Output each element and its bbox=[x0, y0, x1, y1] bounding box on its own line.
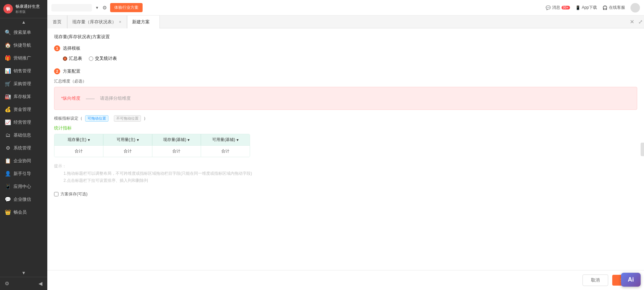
window-controls: ✕ ⤢ bbox=[628, 18, 644, 26]
tab-inventory[interactable]: 现存量（库存状况表） × bbox=[68, 16, 127, 28]
page-title: 现存量(库存状况表)方案设置 bbox=[54, 34, 637, 40]
app-download-btn[interactable]: 📱 App下载 bbox=[575, 5, 597, 10]
online-service-btn[interactable]: 🎧 在线客服 bbox=[602, 5, 625, 10]
gear-icon: ⚙ bbox=[5, 145, 11, 151]
topbar-dropdown-btn[interactable]: ▾ bbox=[95, 4, 99, 11]
tab-new-plan-close[interactable]: × bbox=[151, 20, 155, 24]
tag-undraggable: 不可拖动位置 bbox=[114, 115, 141, 122]
header-cell-0[interactable]: 现存量(主) ▾ bbox=[54, 134, 103, 145]
tab-inventory-close[interactable]: × bbox=[118, 20, 122, 24]
radio-summary-input[interactable] bbox=[63, 56, 67, 61]
message-icon: 💬 bbox=[546, 5, 551, 10]
tag-draggable: 可拖动位置 bbox=[85, 115, 108, 122]
ai-button[interactable]: Ai bbox=[621, 273, 641, 287]
sidebar-item-vip[interactable]: 👑 畅会员 bbox=[0, 206, 47, 219]
user-avatar[interactable] bbox=[630, 3, 640, 13]
section2-label: 方案配置 bbox=[63, 68, 80, 74]
sidebar-scroll-down[interactable]: ▼ bbox=[0, 269, 47, 277]
header-cell-3[interactable]: 可用量(基辅) ▾ bbox=[201, 134, 250, 145]
stats-table: 现存量(主) ▾ 可用量(主) ▾ 现存量(基辅) ▾ bbox=[54, 134, 250, 157]
cell-0-1: 合计 bbox=[103, 146, 152, 157]
handshake-icon: 📋 bbox=[5, 158, 11, 164]
sidebar: 畅 畅康通好生意 标准版 ▲ 🔍 搜索菜单 🏠 快捷导航 🎁 营销推广 📊 销售… bbox=[0, 0, 47, 290]
cell-0-2: 合计 bbox=[152, 146, 201, 157]
sidebar-item-sales[interactable]: 📊 销售管理 bbox=[0, 65, 47, 77]
sidebar-item-marketing[interactable]: 🎁 营销推广 bbox=[0, 52, 47, 65]
window-expand-btn[interactable]: ⤢ bbox=[637, 18, 644, 26]
money-icon: 💰 bbox=[5, 106, 11, 113]
header-cell-1[interactable]: 可用量(主) ▾ bbox=[103, 134, 152, 145]
chart-icon: 📊 bbox=[5, 68, 11, 74]
sidebar-item-purchase[interactable]: 🛒 采购管理 bbox=[0, 77, 47, 90]
sidebar-item-finance[interactable]: 💰 资金管理 bbox=[0, 103, 47, 116]
section1-label: 选择模板 bbox=[63, 45, 80, 51]
cancel-button[interactable]: 取消 bbox=[583, 274, 608, 286]
section2-number: 2 bbox=[54, 68, 60, 74]
sidebar-scroll-up[interactable]: ▲ bbox=[0, 18, 47, 26]
sidebar-item-search[interactable]: 🔍 搜索菜单 bbox=[0, 26, 47, 39]
grid-icon: 🗂 bbox=[5, 132, 11, 138]
sidebar-item-inventory[interactable]: 🏭 库存核算 bbox=[0, 90, 47, 103]
messages-badge: 99+ bbox=[562, 6, 570, 9]
sidebar-item-basic[interactable]: 🗂 基础信息 bbox=[0, 129, 47, 142]
section2-header: 2 方案配置 bbox=[54, 68, 637, 74]
sidebar-item-shortcut[interactable]: 🏠 快捷导航 bbox=[0, 39, 47, 52]
dropdown-icon-0: ▾ bbox=[88, 138, 90, 142]
tips-section: 提示： 1.拖动标题栏可以调整布局，不可跨维度或指标区域拖动栏目字段(只能在同一… bbox=[54, 163, 637, 185]
sidebar-item-operations[interactable]: 📈 经营管理 bbox=[0, 116, 47, 129]
warehouse-icon: 🏭 bbox=[5, 94, 11, 100]
stats-table-header: 现存量(主) ▾ 可用量(主) ▾ 现存量(基辅) ▾ bbox=[54, 134, 250, 145]
sidebar-item-system[interactable]: ⚙ 系统管理 bbox=[0, 142, 47, 154]
sidebar-footer: ⚙ ◀ bbox=[0, 277, 47, 290]
indicator-settings: 模板指标设定（ 可拖动位置 不可拖动位置 ） 统计指标 现存量(主) ▾ bbox=[54, 115, 637, 157]
section-template: 1 选择模板 汇总表 交叉统计表 bbox=[54, 45, 637, 62]
tab-home[interactable]: 首页 bbox=[47, 16, 67, 28]
wechat-icon: 💬 bbox=[5, 196, 11, 202]
dimension-placeholder[interactable]: 请选择分组维度 bbox=[100, 95, 131, 101]
collapse-sidebar-btn[interactable]: ◀ bbox=[39, 281, 43, 287]
app-title: 畅康通好生意 标准版 bbox=[16, 4, 40, 14]
radio-crosstab-input[interactable] bbox=[89, 56, 93, 61]
dimension-arrow: —— bbox=[86, 96, 95, 101]
section1-number: 1 bbox=[54, 45, 60, 51]
save-checkbox[interactable] bbox=[54, 192, 58, 196]
gift-icon: 🎁 bbox=[5, 55, 11, 61]
save-option: 方案保存(可选) bbox=[54, 191, 637, 197]
dropdown-icon-1: ▾ bbox=[137, 138, 139, 142]
cart-icon: 🛒 bbox=[5, 81, 11, 87]
settings-footer-btn[interactable]: ⚙ bbox=[5, 281, 9, 287]
search-input[interactable] bbox=[55, 5, 78, 10]
sidebar-item-apps[interactable]: 📱 应用中心 bbox=[0, 180, 47, 193]
topbar-search-box bbox=[51, 4, 92, 11]
mobile-icon: 📱 bbox=[5, 184, 11, 190]
messages-btn[interactable]: 💬 消息 99+ bbox=[546, 5, 570, 10]
radio-summary[interactable]: 汇总表 bbox=[63, 55, 82, 62]
dropdown-icon-3: ▾ bbox=[237, 138, 239, 142]
indicator-settings-label: 模板指标设定（ 可拖动位置 不可拖动位置 ） bbox=[54, 115, 637, 122]
radio-crosstab[interactable]: 交叉统计表 bbox=[89, 55, 117, 62]
topbar-gear-btn[interactable]: ⚙ bbox=[102, 5, 107, 11]
topbar-right: 💬 消息 99+ 📱 App下载 🎧 在线客服 bbox=[546, 3, 640, 13]
table-row-0: 合计 合计 合计 合计 bbox=[54, 145, 250, 157]
search-icon: 🔍 bbox=[5, 29, 11, 35]
headset-icon: 🎧 bbox=[602, 5, 608, 10]
section1-header: 1 选择模板 bbox=[54, 45, 637, 51]
tabbar: 首页 现存量（库存状况表） × 新建方案 × ✕ ⤢ bbox=[47, 16, 644, 28]
sidebar-item-newbie[interactable]: 👤 新手引导 bbox=[0, 167, 47, 180]
tab-new-plan[interactable]: 新建方案 × bbox=[127, 16, 160, 28]
header-cell-2[interactable]: 现存量(基辅) ▾ bbox=[152, 134, 201, 145]
stats-section-label: 统计指标 bbox=[54, 125, 637, 131]
sidebar-item-enterprise[interactable]: 📋 企业协同 bbox=[0, 154, 47, 167]
template-options: 汇总表 交叉统计表 bbox=[63, 55, 637, 62]
window-close-btn[interactable]: ✕ bbox=[628, 18, 636, 26]
user-icon: 👤 bbox=[5, 171, 11, 177]
dropdown-icon-2: ▾ bbox=[188, 138, 190, 142]
page-content: 现存量(库存状况表)方案设置 1 选择模板 汇总表 交叉统计表 bbox=[47, 28, 644, 270]
experience-btn[interactable]: 体验行业方案 bbox=[110, 3, 143, 12]
resize-handle[interactable] bbox=[641, 143, 644, 156]
app-logo: 畅 bbox=[3, 4, 13, 14]
dimension-box: *纵向维度 —— 请选择分组维度 bbox=[54, 87, 637, 110]
sidebar-item-wechat[interactable]: 💬 企业微信 bbox=[0, 193, 47, 206]
topbar: ▾ ⚙ 体验行业方案 💬 消息 99+ 📱 App下载 🎧 在线客服 bbox=[47, 0, 644, 16]
aggregation-label: 汇总维度（必选） bbox=[54, 78, 637, 84]
